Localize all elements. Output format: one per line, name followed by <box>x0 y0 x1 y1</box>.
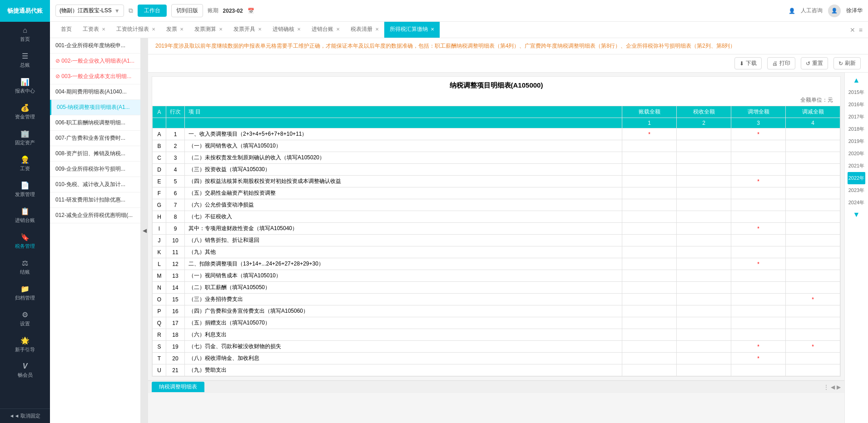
cell-value-1[interactable] <box>622 364 677 376</box>
sidebar-item-home[interactable]: ⌂ 首页 <box>0 22 50 47</box>
cell-value-3[interactable] <box>731 317 786 329</box>
bottom-tab-item[interactable]: 纳税调整明细表 <box>152 382 204 392</box>
cell-value-4[interactable] <box>786 223 840 235</box>
cell-value-2[interactable] <box>677 164 731 176</box>
year-item[interactable]: 2017年 <box>848 111 865 123</box>
cell-value-4[interactable] <box>786 140 840 152</box>
sidebar-item-assets[interactable]: 🏢 固定资产 <box>0 125 50 151</box>
year-item[interactable]: 2023年 <box>848 184 865 197</box>
left-item-007[interactable]: 007-广告费和业务宣传费时... <box>50 131 140 146</box>
sidebar-item-invoice[interactable]: 📄 发票管理 <box>0 177 50 202</box>
cell-value-1[interactable] <box>622 317 677 329</box>
print-button[interactable]: 🖨 打印 <box>767 57 795 69</box>
cell-value-1[interactable] <box>622 270 677 282</box>
cell-value-2[interactable] <box>677 282 731 294</box>
cell-value-1[interactable] <box>622 152 677 164</box>
sidebar-item-ledger[interactable]: ☰ 总账 <box>0 47 50 73</box>
cell-value-2[interactable] <box>677 258 731 270</box>
tab-sales-check[interactable]: 进销确核 ✕ <box>267 22 306 38</box>
cell-value-3[interactable]: * <box>731 353 786 364</box>
sidebar-item-settings[interactable]: ⚙ 设置 <box>0 306 50 332</box>
cell-value-1[interactable] <box>622 187 677 199</box>
cell-value-3[interactable] <box>731 235 786 246</box>
scroll-left-icon[interactable]: ◀ <box>831 384 835 390</box>
tab-invoice-issue[interactable]: 发票开具 ✕ <box>228 22 267 38</box>
tab-close-icon[interactable]: ✕ <box>152 27 155 32</box>
tab-close-icon[interactable]: ✕ <box>219 27 223 32</box>
cell-value-2[interactable] <box>677 246 731 258</box>
support-label[interactable]: 人工咨询 <box>801 7 823 15</box>
cell-value-1[interactable] <box>622 211 677 223</box>
cell-value-4[interactable]: * <box>786 341 840 353</box>
reset-button[interactable]: ↺ 重置 <box>801 57 828 69</box>
year-item[interactable]: 2022年 <box>848 172 865 184</box>
year-item[interactable]: 2020年 <box>848 148 865 160</box>
left-item-002[interactable]: ⊘ 002-一般企业收入明细表(A1... <box>50 54 140 69</box>
sidebar-item-guide[interactable]: 🌟 新手引导 <box>0 332 50 358</box>
cell-value-1[interactable] <box>622 223 677 235</box>
refresh-button[interactable]: ↻ 刷新 <box>833 57 861 69</box>
cell-value-2[interactable] <box>677 270 731 282</box>
scroll-right-icon[interactable]: ▶ <box>837 384 841 390</box>
left-item-008[interactable]: 008-资产折旧、摊销及纳税... <box>50 146 140 162</box>
tab-salary[interactable]: 工资表 ✕ <box>77 22 111 38</box>
sidebar-item-member[interactable]: V 畅会员 <box>0 358 50 383</box>
sidebar-item-salary[interactable]: 👷 工资 <box>0 151 50 177</box>
year-down-arrow[interactable]: ▼ <box>851 209 862 221</box>
cell-value-1[interactable] <box>622 282 677 294</box>
cell-value-1[interactable] <box>622 176 677 187</box>
panel-toggle-button[interactable]: ◀ <box>141 38 148 423</box>
tab-invoice[interactable]: 发票 ✕ <box>161 22 189 38</box>
year-item[interactable]: 2019年 <box>848 135 865 148</box>
cell-value-3[interactable]: * <box>731 176 786 187</box>
year-up-arrow[interactable]: ▲ <box>851 74 862 86</box>
cell-value-4[interactable] <box>786 164 840 176</box>
left-item-004[interactable]: 004-期间费用明细表(A1040... <box>50 84 140 100</box>
cell-value-2[interactable] <box>677 211 731 223</box>
cell-value-4[interactable] <box>786 176 840 187</box>
sidebar-item-purchase[interactable]: 📋 进销台账 <box>0 202 50 228</box>
cell-value-2[interactable] <box>677 235 731 246</box>
tab-close-icon[interactable]: ✕ <box>431 27 434 32</box>
cell-value-4[interactable] <box>786 258 840 270</box>
cell-value-2[interactable] <box>677 329 731 341</box>
left-item-011[interactable]: 011-研发费用加计扣除优惠... <box>50 192 140 208</box>
cell-value-4[interactable] <box>786 305 840 317</box>
year-item[interactable]: 2024年 <box>848 197 865 209</box>
cell-value-2[interactable] <box>677 353 731 364</box>
cell-value-3[interactable] <box>731 364 786 376</box>
cell-value-2[interactable] <box>677 341 731 353</box>
left-item-005[interactable]: 005-纳税调整项目明细表(A1... <box>50 100 140 115</box>
cell-value-1[interactable] <box>622 164 677 176</box>
cell-value-4[interactable] <box>786 317 840 329</box>
year-item[interactable]: 2015年 <box>848 86 865 98</box>
cell-value-1[interactable] <box>622 235 677 246</box>
cell-value-2[interactable] <box>677 364 731 376</box>
sidebar-item-report[interactable]: 📊 报表中心 <box>0 73 50 99</box>
workbench-button[interactable]: 工作台 <box>138 5 167 17</box>
year-item[interactable]: 2016年 <box>848 98 865 111</box>
tab-close-icon[interactable]: ✕ <box>297 27 301 32</box>
sidebar-item-finance[interactable]: 💰 资金管理 <box>0 99 50 125</box>
tab-close-icon[interactable]: ✕ <box>336 27 340 32</box>
cell-value-3[interactable] <box>731 164 786 176</box>
cell-value-4[interactable] <box>786 270 840 282</box>
left-item-009[interactable]: 009-企业所得税弥补亏损明... <box>50 162 140 177</box>
cell-value-1[interactable] <box>622 341 677 353</box>
left-item-003[interactable]: ⊘ 003-一般企业成本支出明细... <box>50 69 140 84</box>
cell-value-3[interactable]: * <box>731 258 786 270</box>
sidebar-pin-toggle[interactable]: ◄◄ 取消固定 <box>0 408 50 423</box>
cell-value-3[interactable] <box>731 329 786 341</box>
cell-value-3[interactable] <box>731 187 786 199</box>
cell-value-3[interactable] <box>731 246 786 258</box>
left-item-006[interactable]: 006-职工薪酬纳税调整明细... <box>50 115 140 131</box>
cell-value-1[interactable] <box>622 353 677 364</box>
tab-close-icon[interactable]: ✕ <box>102 27 105 32</box>
cell-value-3[interactable] <box>731 199 786 211</box>
cell-value-1[interactable] <box>622 140 677 152</box>
left-item-010[interactable]: 010-免税、减计收入及加计... <box>50 177 140 192</box>
cell-value-1[interactable] <box>622 294 677 305</box>
company-selector[interactable]: (物副）江西股宝-LSS ▼ <box>55 5 124 17</box>
tab-income-tax[interactable]: 所得税汇算缴纳 ✕ <box>384 22 440 38</box>
cell-value-1[interactable] <box>622 305 677 317</box>
